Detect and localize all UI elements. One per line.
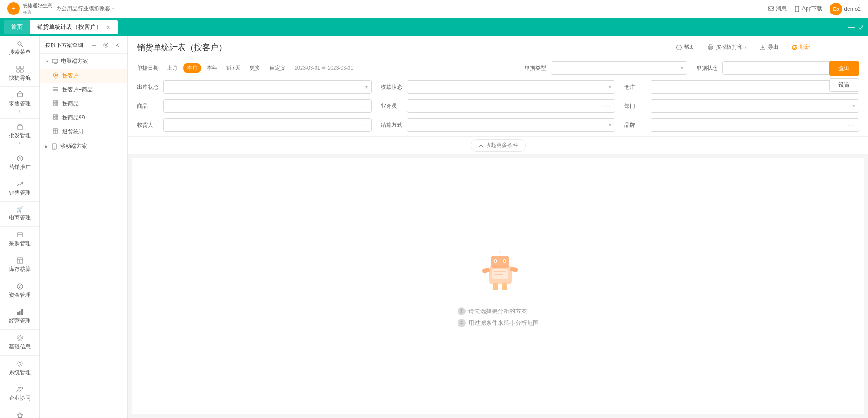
sidebar-item-system[interactable]: 系统管理 bbox=[0, 356, 39, 381]
sidebar-item-marketing[interactable]: 营销推广 bbox=[0, 150, 39, 176]
salesperson-select[interactable]: ··· bbox=[407, 99, 615, 113]
date-tab-custom[interactable]: 自定义 bbox=[266, 63, 289, 73]
tip-num-2: ② bbox=[458, 319, 466, 327]
filter-item-collect-status: 收款状态 ▾ bbox=[381, 80, 615, 94]
empty-tip-1: ① 请先选择要分析的方案 bbox=[458, 307, 539, 315]
sidebar-item-newbie[interactable]: 新手引导 bbox=[0, 407, 39, 418]
date-tab-this-year[interactable]: 本年 bbox=[203, 63, 221, 73]
svg-point-61 bbox=[54, 148, 55, 149]
refresh-button[interactable]: 刷新 bbox=[788, 42, 814, 53]
mobile-expand-icon: ▶ bbox=[45, 144, 48, 149]
sidebar-item-operation[interactable]: 经营管理 bbox=[0, 304, 39, 330]
tab-close-icon[interactable]: ✕ bbox=[106, 24, 110, 30]
scheme-group-mobile-title[interactable]: ▶ 移动端方案 bbox=[40, 139, 127, 154]
collapse-filters-button[interactable]: 收起更多条件 bbox=[471, 139, 526, 152]
consignee-select[interactable]: ··· bbox=[163, 118, 372, 132]
sidebar-item-sales[interactable]: 销售管理 bbox=[0, 176, 39, 202]
bill-type-select[interactable]: ▾ bbox=[551, 61, 687, 75]
sidebar-search[interactable]: 搜索菜单 bbox=[0, 36, 39, 61]
sidebar-marketing-label: 营销推广 bbox=[9, 163, 31, 171]
desktop-group-label: 电脑端方案 bbox=[61, 57, 88, 65]
svg-rect-21 bbox=[19, 311, 20, 315]
svg-text:?: ? bbox=[679, 46, 681, 50]
print-button[interactable]: 按模板打印 ▾ bbox=[704, 42, 750, 53]
sidebar-system-label: 系统管理 bbox=[9, 369, 31, 376]
retail-icon bbox=[16, 91, 24, 99]
marketing-icon bbox=[16, 155, 24, 162]
date-tab-this-month[interactable]: 本月 bbox=[183, 63, 201, 73]
finance-icon: ¥ bbox=[16, 283, 24, 290]
tab-home[interactable]: 首页 bbox=[4, 20, 30, 34]
collapse-panel-button[interactable] bbox=[113, 41, 122, 50]
edit-scheme-button[interactable] bbox=[101, 41, 110, 50]
collapse-icon bbox=[114, 42, 121, 48]
collect-status-label: 收款状态 bbox=[381, 83, 403, 91]
sidebar-item-inventory[interactable]: 库存核算 bbox=[0, 252, 39, 278]
settle-method-select[interactable]: ▾ bbox=[407, 118, 615, 132]
left-panel-header: 按以下方案查询 bbox=[40, 36, 127, 54]
sidebar-item-retail[interactable]: 零售管理 ▾ bbox=[0, 87, 39, 119]
scheme-item-by-product99[interactable]: 按商品99 bbox=[40, 111, 127, 125]
filter-item-product: 商品 ··· bbox=[137, 99, 372, 113]
left-panel-actions bbox=[90, 41, 122, 50]
export-button[interactable]: 导出 bbox=[756, 42, 782, 53]
sidebar-item-ecommerce[interactable]: 🛒 电商管理 bbox=[0, 202, 39, 227]
company-icon bbox=[16, 386, 24, 393]
scheme-item-by-product[interactable]: 按商品 bbox=[40, 97, 127, 111]
warehouse-label: 仓库 bbox=[624, 83, 647, 91]
product-select[interactable]: ··· bbox=[163, 99, 372, 113]
minimize-icon[interactable]: — bbox=[848, 23, 855, 32]
svg-point-24 bbox=[17, 335, 23, 341]
svg-rect-8 bbox=[17, 70, 19, 72]
filter-item-warehouse: 仓库 ··· bbox=[624, 80, 859, 94]
print-dropdown-icon: ▾ bbox=[745, 45, 747, 50]
empty-tips: ① 请先选择要分析的方案 ② 用过滤条件来缩小分析范围 bbox=[458, 307, 539, 327]
svg-text:¥: ¥ bbox=[18, 285, 21, 289]
sidebar-item-wholesale[interactable]: 批发管理 ▴ bbox=[0, 119, 39, 150]
sidebar-item-basic[interactable]: 基础信息 bbox=[0, 330, 39, 356]
out-status-select[interactable]: ▾ bbox=[163, 80, 372, 94]
sidebar-item-company[interactable]: 企业协同 bbox=[0, 381, 39, 407]
warehouse-select[interactable]: ··· bbox=[651, 80, 859, 94]
query-button[interactable]: 查询 bbox=[829, 61, 859, 76]
maximize-icon[interactable]: ⤢ bbox=[859, 23, 864, 32]
breadcrumb[interactable]: 办公用品行业模拟账套 ▾ bbox=[56, 5, 114, 13]
out-status-label: 出库状态 bbox=[137, 83, 160, 91]
message-button[interactable]: 消息 bbox=[768, 5, 787, 13]
sidebar-item-shortcut[interactable]: 快捷导航 bbox=[0, 61, 39, 87]
add-scheme-button[interactable] bbox=[90, 41, 99, 50]
sidebar-purchase-label: 采购管理 bbox=[9, 240, 31, 247]
date-tab-more[interactable]: 更多 bbox=[246, 63, 264, 73]
brand-select[interactable]: ··· bbox=[651, 118, 859, 132]
tip-num-1: ① bbox=[458, 307, 466, 315]
date-tab-last7[interactable]: 近7天 bbox=[223, 63, 244, 73]
logo-text: 畅捷通好生意 bbox=[23, 2, 52, 9]
tab-report[interactable]: 销货单统计表（按客户） ✕ bbox=[30, 20, 118, 34]
date-tab-last-month[interactable]: 上月 bbox=[163, 63, 181, 73]
scheme-item-by-customer[interactable]: 按客户 bbox=[40, 69, 127, 83]
collapse-up-icon bbox=[478, 143, 484, 148]
department-arrow-icon: ▾ bbox=[853, 104, 855, 109]
scheme-item-return-stats[interactable]: 退货统计 bbox=[40, 125, 127, 139]
sidebar-item-purchase[interactable]: 采购管理 bbox=[0, 227, 39, 252]
user-name: demo2 bbox=[844, 6, 861, 12]
filter-rows: 单据日期 上月 本月 本年 近7天 更多 自定义 2023-03-01 至 20… bbox=[128, 61, 868, 137]
right-main: 销货单统计表（按客户） ? 帮助 按模板打印 ▾ bbox=[128, 36, 868, 418]
app-download-button[interactable]: App下载 bbox=[794, 5, 822, 13]
department-select[interactable]: ▾ bbox=[651, 99, 859, 113]
logo-subtext: 标版 bbox=[23, 9, 52, 15]
sidebar-item-finance[interactable]: ¥ 资金管理 bbox=[0, 278, 39, 304]
svg-point-3 bbox=[797, 10, 797, 11]
svg-rect-9 bbox=[20, 70, 23, 72]
settings-button[interactable]: 设置 bbox=[829, 78, 859, 92]
user-area[interactable]: Ea demo2 bbox=[830, 3, 861, 15]
collect-status-select[interactable]: ▾ bbox=[407, 80, 615, 94]
svg-rect-76 bbox=[481, 267, 490, 274]
tab-report-label: 销货单统计表（按客户） bbox=[37, 23, 102, 31]
scheme-item-by-customer-product[interactable]: 按客户+商品 bbox=[40, 83, 127, 97]
scheme-group-desktop-title[interactable]: ▼ 电脑端方案 bbox=[40, 54, 127, 69]
svg-line-5 bbox=[21, 45, 23, 47]
salesperson-dots-icon: ··· bbox=[604, 103, 611, 109]
page-actions: ? 帮助 按模板打印 ▾ 导出 bbox=[672, 42, 814, 53]
help-button[interactable]: ? 帮助 bbox=[672, 42, 698, 53]
